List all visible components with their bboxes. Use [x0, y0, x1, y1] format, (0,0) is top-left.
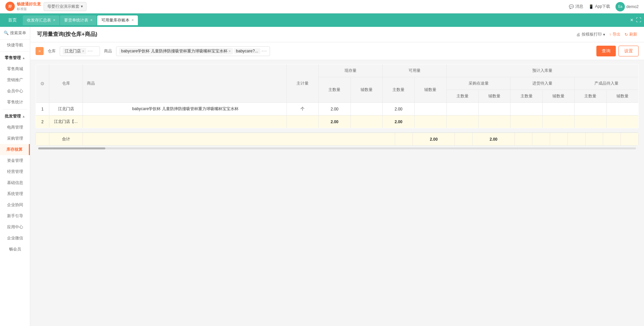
- product-more-icon[interactable]: ···: [262, 48, 267, 54]
- footer-empty-product: [83, 133, 395, 146]
- footer-available-aux: [515, 133, 532, 146]
- warehouse-tag: 江北门店 ×: [63, 48, 86, 54]
- th-ic-aux: 辅数量: [542, 90, 574, 103]
- refresh-btn[interactable]: ↻ 刷新: [625, 32, 637, 37]
- warehouse-filter-input[interactable]: 江北门店 × ···: [60, 46, 100, 56]
- brand-info: 畅捷通好生意 标准版: [17, 2, 41, 11]
- footer-empty-seq: [36, 133, 49, 146]
- cell-ica-1: [542, 103, 574, 115]
- sidebar-item-purchase[interactable]: 采购管理: [0, 133, 30, 144]
- sidebar-item-system[interactable]: 系统管理: [0, 188, 30, 199]
- horizontal-scrollbar[interactable]: [36, 146, 639, 151]
- warehouse-tag-close[interactable]: ×: [82, 49, 84, 53]
- tab-receive-close[interactable]: ×: [53, 18, 55, 22]
- sidebar-search[interactable]: 🔍 搜索菜单: [0, 27, 30, 40]
- page-wrapper: 可用量查询(按仓库+商品) 🖨 按模板打印 ▾ ↑ 导出 ↻ 刷新: [30, 27, 644, 326]
- footer-row: 合计 2.00 2.00: [36, 133, 639, 146]
- export-btn[interactable]: ↑ 导出: [609, 32, 621, 37]
- search-icon: 🔍: [4, 31, 9, 35]
- cell-product-1: babycare学饮杯 儿童防摔防撞吸管杯重力球吸嘴杯宝宝水杯: [83, 103, 287, 115]
- sidebar-ecommerce-label: 电商管理: [7, 125, 23, 130]
- settings-button[interactable]: 设置: [619, 46, 639, 56]
- sidebar-item-vip[interactable]: 畅会员: [0, 244, 30, 255]
- sidebar-item-ecommerce[interactable]: 电商管理: [0, 122, 30, 133]
- cell-pta-2: [479, 115, 511, 128]
- print-btn[interactable]: 🖨 按模板打印 ▾: [576, 32, 605, 37]
- brand-icon: 好: [5, 2, 15, 11]
- sidebar-item-newbie[interactable]: 新手引导: [0, 211, 30, 222]
- sidebar-item-marketing[interactable]: 营销推广: [0, 75, 30, 86]
- scroll-thumb[interactable]: [38, 147, 105, 149]
- top-bar-right: 💬 消息 📱 App下载 Ea demo2: [569, 2, 639, 11]
- chevron-down-icon: ▾: [81, 4, 83, 9]
- app-label: App下载: [595, 4, 610, 9]
- filter-expand-btn[interactable]: »: [36, 47, 44, 55]
- th-incoming: 进货待入量: [511, 77, 575, 90]
- cell-ica-2: [542, 115, 574, 128]
- user-menu[interactable]: Ea demo2: [615, 2, 639, 11]
- sidebar-vip-label: 畅会员: [9, 247, 21, 251]
- th-pt-aux: 辅数量: [479, 90, 511, 103]
- refresh-icon: ↻: [625, 32, 628, 37]
- footer-ic-main: [568, 133, 585, 146]
- query-button[interactable]: 查询: [596, 46, 616, 56]
- sidebar-quick-nav[interactable]: 快捷导航: [0, 40, 30, 52]
- product-tag-1-close[interactable]: ×: [229, 49, 231, 53]
- sidebar-finance-label: 资金管理: [7, 158, 23, 163]
- tab-inventory[interactable]: 可用量库存账本 ×: [97, 15, 138, 25]
- tab-home[interactable]: 首页: [3, 15, 22, 25]
- cell-aa-2: [415, 115, 446, 128]
- tab-order-close[interactable]: ×: [90, 18, 93, 22]
- cell-ptm-2: [446, 115, 478, 128]
- product-filter-input[interactable]: babycare学饮杯 儿童防摔防撞吸管杯重力球吸嘴杯宝宝水杯 × babyca…: [116, 46, 270, 56]
- sidebar-item-enterprise-wx[interactable]: 企业微信: [0, 233, 30, 244]
- th-pt-main: 主数量: [446, 90, 478, 103]
- tab-expand[interactable]: ⛶: [636, 17, 641, 23]
- sidebar-item-inventory-mgmt[interactable]: 库存核算: [0, 144, 30, 155]
- tab-bar: 首页 收发存汇总表 × 要货单统计表 × 可用量库存账本 × × ⛶: [0, 13, 644, 27]
- tab-receive[interactable]: 收发存汇总表 ×: [23, 15, 59, 25]
- tab-close-all[interactable]: ×: [630, 17, 633, 23]
- footer-current-aux: [455, 133, 473, 146]
- msg-label: 消息: [575, 4, 583, 9]
- app-download-action[interactable]: 📱 App下载: [589, 4, 610, 9]
- sidebar-item-member[interactable]: 会员中心: [0, 86, 30, 97]
- sidebar-marketing-label: 营销推广: [7, 78, 23, 82]
- msg-action[interactable]: 💬 消息: [569, 4, 583, 9]
- tab-order[interactable]: 要货单统计表 ×: [60, 15, 97, 25]
- tab-inventory-close[interactable]: ×: [131, 18, 134, 22]
- sidebar-item-retail-mgmt[interactable]: 零售管理 ▲: [0, 52, 30, 63]
- table-row: 1 江北门店 babycare学饮杯 儿童防摔防撞吸管杯重力球吸嘴杯宝宝水杯 个…: [36, 103, 639, 115]
- table-settings-icon[interactable]: ⚙: [40, 81, 45, 86]
- tab-receive-label: 收发存汇总表: [27, 17, 51, 23]
- sidebar-item-app-center[interactable]: 应用中心: [0, 222, 30, 233]
- th-purchase-transit: 采购在途量: [446, 77, 511, 90]
- brand-name: 畅捷通好生意: [17, 2, 41, 6]
- sidebar-inventory-mgmt-label: 库存核算: [6, 147, 22, 152]
- footer-pr-main: [603, 133, 621, 146]
- sidebar-item-enterprise[interactable]: 企业协同: [0, 199, 30, 211]
- sidebar-item-finance[interactable]: 资金管理: [0, 155, 30, 166]
- footer-current-main: 2.00: [413, 133, 455, 146]
- data-table: ⚙ 仓库 商品 主计量 现存量 可用量 预计入库量 主数量 辅数量: [36, 64, 639, 128]
- sidebar-item-wholesale-mgmt[interactable]: 批发管理 ▲: [0, 111, 30, 122]
- product-filter-label: 商品: [104, 48, 112, 54]
- sidebar-item-retail-stats[interactable]: 零售统计: [0, 97, 30, 108]
- sidebar-item-base-info[interactable]: 基础信息: [0, 177, 30, 188]
- cell-seq-1: 1: [36, 103, 49, 115]
- industry-selector[interactable]: 母婴行业演示账套 ▾: [44, 2, 87, 11]
- warehouse-more-icon[interactable]: ···: [88, 48, 93, 54]
- export-icon: ↑: [609, 32, 611, 37]
- sidebar: 🔍 搜索菜单 快捷导航 零售管理 ▲ 零售商城 营销推广 会员中心 零售统计 批…: [0, 27, 30, 326]
- footer-table: 合计 2.00 2.00: [36, 133, 639, 146]
- cell-icm-1: [511, 103, 542, 115]
- double-right-icon: »: [39, 49, 41, 53]
- cell-am-2: 2.00: [382, 115, 414, 128]
- sidebar-item-retail-mall[interactable]: 零售商城: [0, 63, 30, 75]
- th-ic-main: 主数量: [511, 90, 542, 103]
- cell-pra-1: [606, 103, 638, 115]
- refresh-label: 刷新: [629, 32, 637, 37]
- product-tag-1: babycare学饮杯 儿童防摔防撞吸管杯重力球吸嘴杯宝宝水杯 ×: [119, 48, 233, 54]
- sidebar-item-operations[interactable]: 经营管理: [0, 166, 30, 177]
- cell-am-1: 2.00: [382, 103, 414, 115]
